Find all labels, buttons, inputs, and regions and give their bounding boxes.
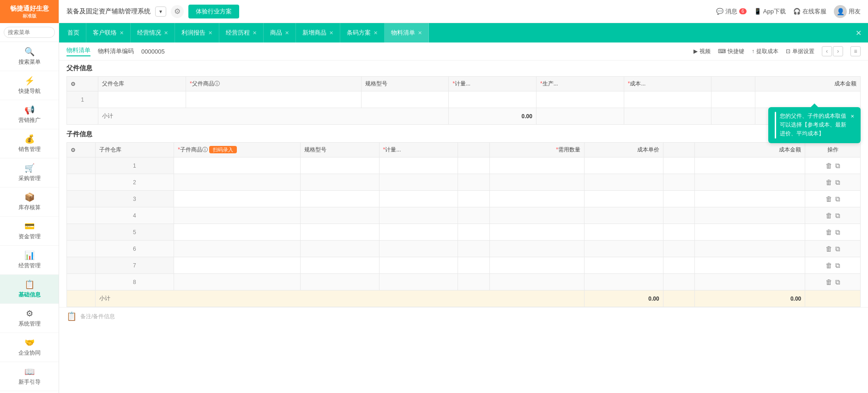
sidebar-item-search[interactable]: 🔍 搜索菜单 bbox=[0, 42, 59, 71]
child-product-3[interactable] bbox=[300, 191, 379, 207]
child-required-qty-2[interactable] bbox=[584, 174, 663, 191]
grid-view-icon[interactable]: ≡ bbox=[850, 46, 861, 56]
child-cost-amount-7[interactable] bbox=[695, 257, 805, 274]
nav-tab-barcode[interactable]: 条码方案 ✕ bbox=[340, 23, 385, 42]
child-quantity-3[interactable] bbox=[458, 191, 489, 207]
child-unit-cost-3[interactable] bbox=[663, 191, 694, 207]
parent-cost-amount-1[interactable] bbox=[755, 91, 861, 108]
child-unit-cost-4[interactable] bbox=[663, 207, 694, 224]
child-spec-6[interactable] bbox=[379, 241, 458, 257]
child-warehouse-2[interactable] bbox=[174, 174, 300, 191]
nav-tab-home[interactable]: 首页 bbox=[61, 23, 86, 42]
child-unit-cost-5[interactable] bbox=[663, 224, 694, 241]
delete-icon-3[interactable]: 🗑 bbox=[826, 195, 832, 203]
copy-icon-6[interactable]: ⧉ bbox=[835, 245, 840, 253]
experience-button[interactable]: 体验行业方案 bbox=[188, 5, 239, 18]
nav-tab-history[interactable]: 经营历程 ✕ bbox=[219, 23, 264, 42]
child-cost-amount-3[interactable] bbox=[695, 191, 805, 207]
sidebar-item-sales[interactable]: 💰 销售管理 bbox=[0, 129, 59, 158]
tab-close-barcode[interactable]: ✕ bbox=[374, 30, 378, 36]
nav-tab-bom[interactable]: 物料清单 ✕ bbox=[385, 23, 429, 42]
parent-spec-1[interactable] bbox=[361, 91, 449, 108]
extract-cost-action[interactable]: ↑ 提取成本 bbox=[752, 48, 778, 55]
delete-icon-2[interactable]: 🗑 bbox=[826, 178, 832, 187]
child-warehouse-1[interactable] bbox=[174, 157, 300, 174]
tooltip-close-button[interactable]: × bbox=[850, 112, 854, 121]
copy-icon-3[interactable]: ⧉ bbox=[835, 195, 840, 203]
tab-close-new_goods[interactable]: ✕ bbox=[329, 30, 333, 36]
breadcrumb-bom-list[interactable]: 物料清单 bbox=[66, 46, 90, 56]
tab-close-customer[interactable]: ✕ bbox=[120, 30, 124, 36]
copy-icon-4[interactable]: ⧉ bbox=[835, 212, 840, 220]
child-required-qty-6[interactable] bbox=[584, 241, 663, 257]
nav-tab-goods[interactable]: 商品 ✕ bbox=[264, 23, 296, 42]
child-warehouse-5[interactable] bbox=[174, 224, 300, 241]
tab-close-operation[interactable]: ✕ bbox=[164, 30, 168, 36]
child-required-qty-5[interactable] bbox=[584, 224, 663, 241]
child-quantity-7[interactable] bbox=[458, 257, 489, 274]
copy-icon-2[interactable]: ⧉ bbox=[835, 178, 840, 187]
child-cost-amount-5[interactable] bbox=[695, 224, 805, 241]
sidebar-item-finance[interactable]: 💳 资金管理 bbox=[0, 217, 59, 246]
child-spec-3[interactable] bbox=[379, 191, 458, 207]
parent-quantity-1[interactable] bbox=[449, 91, 536, 108]
parent-production-1[interactable] bbox=[536, 91, 624, 108]
delete-icon-5[interactable]: 🗑 bbox=[826, 228, 832, 236]
child-warehouse-7[interactable] bbox=[174, 257, 300, 274]
delete-icon-7[interactable]: 🗑 bbox=[826, 261, 832, 270]
app-download-item[interactable]: 📱 App下载 bbox=[754, 7, 786, 16]
child-product-5[interactable] bbox=[300, 224, 379, 241]
child-spec-7[interactable] bbox=[379, 257, 458, 274]
child-spec-4[interactable] bbox=[379, 207, 458, 224]
child-cost-amount-4[interactable] bbox=[695, 207, 805, 224]
child-quantity-5[interactable] bbox=[458, 224, 489, 241]
child-unit-cost-7[interactable] bbox=[663, 257, 694, 274]
child-warehouse-3[interactable] bbox=[174, 191, 300, 207]
child-cost-amount-1[interactable] bbox=[695, 157, 805, 174]
parent-cost-1[interactable] bbox=[624, 91, 711, 108]
child-spec-8[interactable] bbox=[379, 274, 458, 290]
child-product-8[interactable] bbox=[300, 274, 379, 290]
child-quantity-1[interactable] bbox=[458, 157, 489, 174]
system-dropdown[interactable]: ▾ bbox=[155, 6, 166, 17]
child-required-qty-7[interactable] bbox=[584, 257, 663, 274]
tab-close-goods[interactable]: ✕ bbox=[285, 30, 289, 36]
delete-icon-4[interactable]: 🗑 bbox=[826, 212, 832, 220]
delete-icon-8[interactable]: 🗑 bbox=[826, 278, 832, 286]
child-spec-1[interactable] bbox=[379, 157, 458, 174]
delete-icon-6[interactable]: 🗑 bbox=[826, 245, 832, 253]
sidebar-item-quick_nav[interactable]: ⚡ 快捷导航 bbox=[0, 71, 59, 100]
child-unit-cost-1[interactable] bbox=[663, 157, 694, 174]
single-settings-action[interactable]: ⊡ 单据设置 bbox=[786, 48, 814, 55]
user-item[interactable]: 👤 用友 bbox=[834, 5, 861, 18]
online-service-item[interactable]: 🎧 在线客服 bbox=[793, 7, 826, 16]
scan-badge[interactable]: 扫码录入 bbox=[209, 146, 237, 153]
child-spec-5[interactable] bbox=[379, 224, 458, 241]
sidebar-item-guide[interactable]: 📖 新手引导 bbox=[0, 362, 59, 391]
copy-icon-1[interactable]: ⧉ bbox=[835, 162, 840, 170]
parent-warehouse-1[interactable] bbox=[98, 91, 186, 108]
copy-icon-8[interactable]: ⧉ bbox=[835, 278, 840, 286]
sidebar-item-base_info[interactable]: 📋 基础信息 bbox=[0, 275, 59, 304]
child-product-4[interactable] bbox=[300, 207, 379, 224]
child-unit-cost-8[interactable] bbox=[663, 274, 694, 290]
child-required-qty-1[interactable] bbox=[584, 157, 663, 174]
sidebar-item-operations[interactable]: 📊 经营管理 bbox=[0, 246, 59, 275]
nav-tab-profit[interactable]: 利润报告 ✕ bbox=[175, 23, 219, 42]
child-product-1[interactable] bbox=[300, 157, 379, 174]
child-cost-amount-8[interactable] bbox=[695, 274, 805, 290]
tab-close-bom[interactable]: ✕ bbox=[418, 30, 422, 36]
child-quantity-2[interactable] bbox=[458, 174, 489, 191]
child-warehouse-4[interactable] bbox=[174, 207, 300, 224]
close-all-tabs-icon[interactable]: ✕ bbox=[851, 29, 866, 37]
copy-icon-7[interactable]: ⧉ bbox=[835, 261, 840, 270]
nav-tab-operation[interactable]: 经营情况 ✕ bbox=[131, 23, 175, 42]
shortcut-action[interactable]: ⌨ 快捷键 bbox=[718, 48, 744, 55]
search-input[interactable] bbox=[4, 27, 55, 38]
delete-icon-1[interactable]: 🗑 bbox=[826, 162, 832, 170]
tab-close-history[interactable]: ✕ bbox=[253, 30, 257, 36]
child-cost-amount-6[interactable] bbox=[695, 241, 805, 257]
sidebar-item-enterprise[interactable]: 🤝 企业协同 bbox=[0, 333, 59, 362]
settings-icon[interactable]: ⚙ bbox=[171, 5, 184, 18]
sidebar-item-inventory[interactable]: 📦 库存核算 bbox=[0, 187, 59, 217]
